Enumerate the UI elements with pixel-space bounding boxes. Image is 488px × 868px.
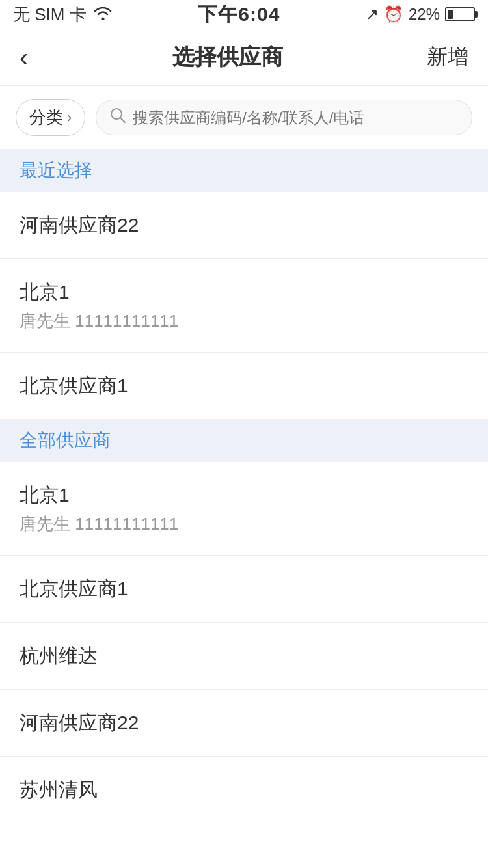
- list-item[interactable]: 北京供应商1: [0, 353, 488, 419]
- status-time: 下午6:04: [198, 1, 280, 28]
- recent-section-header: 最近选择: [0, 149, 488, 192]
- battery-icon: [445, 7, 475, 21]
- category-button[interactable]: 分类 ›: [16, 99, 85, 136]
- item-name: 河南供应商22: [20, 709, 468, 737]
- item-name: 北京供应商1: [20, 575, 468, 603]
- search-input[interactable]: [133, 109, 459, 127]
- alarm-icon: ⏰: [384, 5, 403, 23]
- status-left: 无 SIM 卡: [13, 3, 113, 26]
- item-name: 北京1: [20, 481, 468, 509]
- item-name: 河南供应商22: [20, 211, 468, 239]
- list-item[interactable]: 河南供应商22: [0, 690, 488, 757]
- item-sub: 唐先生 11111111111: [20, 310, 468, 332]
- item-name: 苏州清风: [20, 776, 468, 804]
- recent-list: 河南供应商22 北京1 唐先生 11111111111 北京供应商1: [0, 192, 488, 419]
- sim-label: 无 SIM 卡: [13, 3, 87, 26]
- all-section-header: 全部供应商: [0, 419, 488, 462]
- svg-line-2: [120, 118, 125, 122]
- list-item[interactable]: 北京供应商1: [0, 556, 488, 623]
- search-box: [96, 100, 472, 135]
- item-name: 北京1: [20, 278, 468, 306]
- list-item[interactable]: 河南供应商22: [0, 192, 488, 259]
- location-icon: ↗: [366, 5, 379, 23]
- wifi-icon: [93, 5, 113, 25]
- list-item[interactable]: 苏州清风: [0, 757, 488, 823]
- list-item[interactable]: 北京1 唐先生 11111111111: [0, 259, 488, 353]
- category-label: 分类: [29, 106, 63, 129]
- list-item[interactable]: 北京1 唐先生 11111111111: [0, 462, 488, 556]
- list-item[interactable]: 杭州维达: [0, 623, 488, 690]
- back-button[interactable]: ‹: [20, 44, 28, 70]
- add-button[interactable]: 新增: [427, 43, 468, 72]
- search-icon: [109, 107, 126, 128]
- chevron-right-icon: ›: [67, 109, 72, 126]
- item-sub: 唐先生 11111111111: [20, 513, 468, 536]
- item-name: 北京供应商1: [20, 372, 468, 400]
- svg-point-0: [101, 17, 104, 20]
- nav-bar: ‹ 选择供应商 新增: [0, 29, 488, 86]
- page-title: 选择供应商: [172, 42, 283, 72]
- item-name: 杭州维达: [20, 642, 468, 670]
- battery-percent: 22%: [409, 5, 440, 23]
- all-list: 北京1 唐先生 11111111111 北京供应商1 杭州维达 河南供应商22 …: [0, 462, 488, 823]
- status-right: ↗ ⏰ 22%: [366, 5, 475, 23]
- filter-row: 分类 ›: [0, 86, 488, 149]
- status-bar: 无 SIM 卡 下午6:04 ↗ ⏰ 22%: [0, 0, 488, 29]
